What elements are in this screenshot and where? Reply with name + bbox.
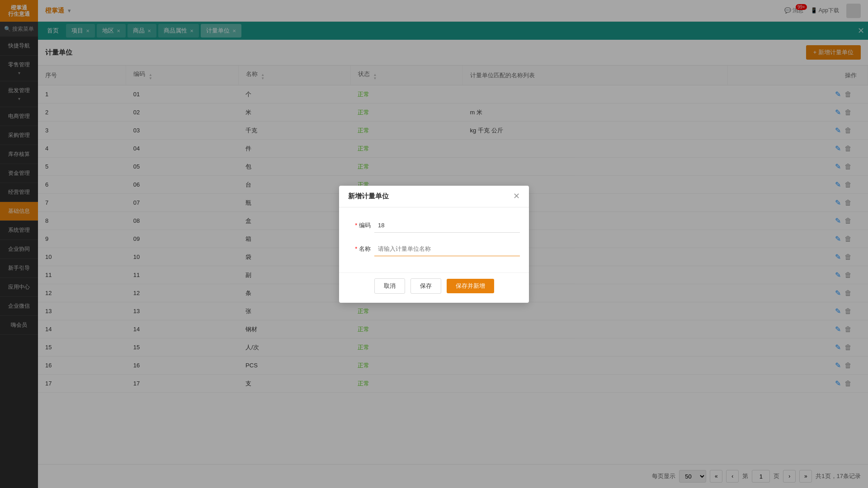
name-label: 名称 <box>348 245 371 253</box>
code-label: 编码 <box>348 221 371 230</box>
form-code-row: 编码 <box>348 218 520 233</box>
name-input[interactable] <box>374 242 520 256</box>
form-name-row: 名称 <box>348 242 520 256</box>
cancel-button[interactable]: 取消 <box>374 278 405 294</box>
save-and-new-button[interactable]: 保存并新增 <box>447 279 494 293</box>
save-button[interactable]: 保存 <box>410 278 441 294</box>
modal-header: 新增计量单位 ✕ <box>339 186 529 207</box>
modal-close-button[interactable]: ✕ <box>513 192 520 200</box>
modal-title: 新增计量单位 <box>348 192 389 201</box>
modal-body: 编码 名称 <box>339 207 529 272</box>
modal-footer: 取消 保存 保存并新增 <box>339 272 529 303</box>
modal-overlay: 新增计量单位 ✕ 编码 名称 取消 保存 保存并新增 <box>0 0 868 488</box>
code-input[interactable] <box>374 218 520 233</box>
add-unit-modal: 新增计量单位 ✕ 编码 名称 取消 保存 保存并新增 <box>339 186 529 303</box>
